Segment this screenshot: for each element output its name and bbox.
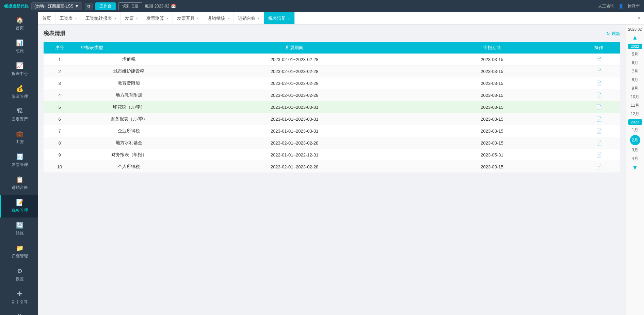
sidebar-item-report[interactable]: 📈 报表中心 xyxy=(0,58,38,81)
action-icon[interactable]: 📄 xyxy=(596,140,602,146)
company-selector[interactable]: (勿动）江西服宝-LSS ▼ xyxy=(31,2,82,10)
tab-invoice-open-close[interactable]: × xyxy=(197,16,199,20)
sidebar-item-settle[interactable]: 🔄 结账 xyxy=(0,217,38,240)
cell-period: 2022-01-01~2022-12-31 xyxy=(182,149,407,161)
tab-salary-stat[interactable]: 工资统计报表 × xyxy=(81,12,120,25)
sidebar-item-fund[interactable]: 💰 资金管理 xyxy=(0,81,38,104)
timeline-month-2022-9[interactable]: 9月 xyxy=(628,84,642,93)
sidebar-item-home[interactable]: 🏠 首页 xyxy=(0,12,38,35)
sidebar-item-asset[interactable]: 🏗 固定资产 xyxy=(0,104,38,126)
cell-type: 城市维护建设税 xyxy=(76,65,182,77)
timeline-month-2022-5[interactable]: 5月 xyxy=(628,50,642,59)
timeline-year-2023: 2023 xyxy=(628,119,642,125)
cell-declare: 2023-05-31 xyxy=(407,149,578,161)
action-icon[interactable]: 📄 xyxy=(596,69,602,74)
col-header-seq: 序号 xyxy=(44,42,76,54)
timeline-month-2022-8[interactable]: 8月 xyxy=(628,76,642,84)
action-icon[interactable]: 📄 xyxy=(596,128,602,134)
tab-invoice-close[interactable]: × xyxy=(136,16,138,20)
copy-button[interactable]: ⧉ xyxy=(85,3,93,10)
cell-action[interactable]: 📄 xyxy=(578,101,621,113)
refresh-label: 刷新 xyxy=(611,31,620,37)
timeline-prev[interactable]: ▲ xyxy=(631,33,640,43)
tab-tax-list-close[interactable]: × xyxy=(288,16,290,20)
purchase-icon: 📋 xyxy=(16,176,23,183)
cell-action[interactable]: 📄 xyxy=(578,137,621,149)
workstation-button[interactable]: 工作台 xyxy=(95,2,116,10)
tab-invoice-calc[interactable]: 发票测算 × xyxy=(142,12,173,25)
calendar-icon[interactable]: 📅 xyxy=(171,4,176,9)
cell-action[interactable]: 📄 xyxy=(578,89,621,101)
tab-invoice-calc-close[interactable]: × xyxy=(166,16,168,20)
cell-seq: 1 xyxy=(44,54,76,65)
tab-salary-table[interactable]: 工资表 × xyxy=(55,12,81,25)
refresh-icon: ↻ xyxy=(606,31,610,36)
cell-action[interactable]: 📄 xyxy=(578,161,621,173)
cell-action[interactable]: 📄 xyxy=(578,149,621,161)
action-icon[interactable]: 📄 xyxy=(596,92,602,98)
tab-purchase-ledger-label: 进销台账 xyxy=(238,15,256,21)
timeline-month-2022-12[interactable]: 12月 xyxy=(628,110,642,118)
cell-seq: 9 xyxy=(44,149,76,161)
sidebar: 🏠 首页 📊 总账 📈 报表中心 💰 资金管理 🏗 固定资产 💼 工资 🧾 发票… xyxy=(0,12,38,315)
user-area: 人工咨询 👤 徐泽华 xyxy=(598,3,640,9)
ai-consult-button[interactable]: 人工咨询 xyxy=(598,3,614,9)
switch-old-button[interactable]: 切到旧版 xyxy=(118,2,142,10)
cell-action[interactable]: 📄 xyxy=(578,125,621,137)
sidebar-label-settings: 设置 xyxy=(16,276,24,282)
action-icon[interactable]: 📄 xyxy=(596,164,602,169)
action-icon[interactable]: 📄 xyxy=(596,57,602,62)
tab-invoice[interactable]: 发票 × xyxy=(121,12,142,25)
timeline-month-2023-1[interactable]: 1月 xyxy=(628,126,642,134)
page-title-bar: 税表清册 ↻ 刷新 xyxy=(44,30,620,37)
timeline-month-2022-11[interactable]: 11月 xyxy=(628,101,642,110)
cell-action[interactable]: 📄 xyxy=(578,54,621,65)
cell-action[interactable]: 📄 xyxy=(578,113,621,125)
sidebar-item-purchase[interactable]: 📋 进销台账 xyxy=(0,172,38,195)
sidebar-item-settings[interactable]: ⚙ 设置 xyxy=(0,263,38,286)
timeline-month-2023-2[interactable]: 2月 xyxy=(630,135,640,145)
timeline-month-2023-3[interactable]: 3月 xyxy=(628,146,642,154)
refresh-button[interactable]: ↻ 刷新 xyxy=(606,31,620,37)
action-icon[interactable]: 📄 xyxy=(596,80,602,86)
cell-type: 个人所得税 xyxy=(76,161,182,173)
close-all-tabs[interactable]: × xyxy=(634,12,644,25)
cell-action[interactable]: 📄 xyxy=(578,77,621,89)
sidebar-item-tax[interactable]: 📝 税务管理 xyxy=(0,195,38,217)
sidebar-item-archive[interactable]: 📁 归档管理 xyxy=(0,240,38,263)
sidebar-item-ledger[interactable]: 📊 总账 xyxy=(0,35,38,58)
settle-icon: 🔄 xyxy=(16,222,23,229)
cell-type: 教育费附加 xyxy=(76,77,182,89)
tab-purchase-ledger-close[interactable]: × xyxy=(258,16,260,20)
sidebar-item-vip[interactable]: V 畅会员 xyxy=(0,309,38,315)
col-header-type: 申报表类型 xyxy=(76,42,182,54)
sidebar-item-invoice[interactable]: 🧾 发票管理 xyxy=(0,149,38,172)
asset-icon: 🏗 xyxy=(17,108,23,115)
cell-declare: 2023-03-15 xyxy=(407,125,578,137)
action-icon[interactable]: 📄 xyxy=(596,104,602,110)
tab-home-label: 首页 xyxy=(42,15,51,21)
table-row: 8 地方水利基金 2023-02-01~2023-02-28 2023-03-1… xyxy=(44,137,620,149)
cell-declare: 2023-03-15 xyxy=(407,137,578,149)
tab-purchase-ledger[interactable]: 进销台账 × xyxy=(234,12,264,25)
tab-tax-list[interactable]: 税表清册 × xyxy=(264,12,294,25)
sidebar-item-guide[interactable]: ✚ 新手引导 xyxy=(0,286,38,309)
timeline-month-2022-7[interactable]: 7月 xyxy=(628,67,642,76)
tab-invoice-open[interactable]: 发票开具 × xyxy=(173,12,203,25)
cell-type: 地方水利基金 xyxy=(76,137,182,149)
timeline-next[interactable]: ▼ xyxy=(631,163,640,173)
cell-action[interactable]: 📄 xyxy=(578,65,621,77)
tab-salary-stat-close[interactable]: × xyxy=(114,16,116,20)
action-icon[interactable]: 📄 xyxy=(596,152,602,158)
tab-purchase-audit-close[interactable]: × xyxy=(227,16,229,20)
tab-purchase-audit-label: 进销稽核 xyxy=(207,15,225,21)
timeline-month-2022-10[interactable]: 10月 xyxy=(628,93,642,101)
timeline-month-2023-4[interactable]: 4月 xyxy=(628,154,642,163)
action-icon[interactable]: 📄 xyxy=(596,116,602,122)
tab-purchase-audit[interactable]: 进销稽核 × xyxy=(203,12,234,25)
timeline-month-2022-6[interactable]: 6月 xyxy=(628,59,642,67)
cell-type: 地方教育附加 xyxy=(76,89,182,101)
sidebar-item-salary[interactable]: 💼 工资 xyxy=(0,126,38,149)
tab-salary-table-close[interactable]: × xyxy=(75,16,77,20)
tab-home[interactable]: 首页 xyxy=(38,12,55,25)
